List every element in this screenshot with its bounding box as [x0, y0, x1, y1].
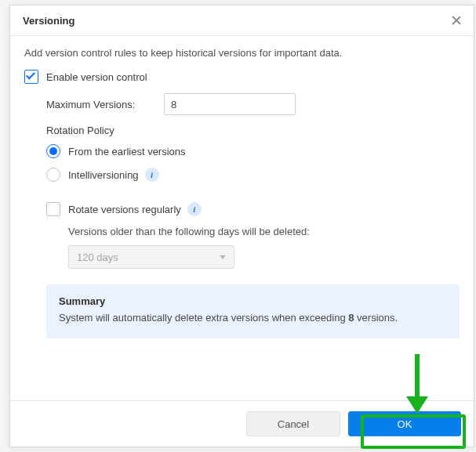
rotation-radio-intelli[interactable] [46, 168, 60, 182]
versioning-dialog: Versioning Add version control rules to … [9, 5, 474, 447]
titlebar: Versioning [10, 5, 474, 36]
summary-suffix: versions. [354, 312, 398, 324]
ok-button[interactable]: OK [348, 411, 461, 436]
rotation-radio-earliest[interactable] [46, 144, 60, 158]
max-versions-label: Maximum Versions: [46, 99, 164, 110]
dialog-footer: Cancel OK [10, 400, 474, 447]
rotate-regularly-label: Rotate versions regularly [68, 204, 181, 215]
description-text: Add version control rules to keep histor… [24, 47, 460, 59]
enable-version-control-checkbox[interactable] [24, 70, 38, 84]
summary-text: System will automatically delete extra v… [59, 310, 447, 326]
close-icon[interactable] [450, 14, 463, 27]
rotation-label-intelli: Intelliversioning [68, 169, 139, 181]
rotation-label-earliest: From the earliest versions [68, 146, 186, 157]
summary-panel: Summary System will automatically delete… [46, 284, 460, 338]
max-versions-input[interactable] [164, 93, 296, 115]
enable-version-control-row[interactable]: Enable version control [24, 70, 460, 84]
summary-prefix: System will automatically delete extra v… [59, 312, 348, 324]
rotate-days-select: 120 days [68, 245, 234, 269]
summary-title: Summary [59, 295, 447, 307]
dialog-body: Add version control rules to keep histor… [10, 36, 474, 400]
enable-version-control-label: Enable version control [46, 71, 147, 83]
window-title: Versioning [23, 15, 450, 27]
rotation-option-intelli[interactable]: Intelliversioning i [24, 168, 460, 182]
info-icon[interactable]: i [145, 168, 159, 182]
chevron-down-icon [220, 255, 226, 259]
rotation-option-earliest[interactable]: From the earliest versions [24, 144, 460, 158]
rotate-days-value: 120 days [77, 251, 118, 263]
rotate-days-select-row: 120 days [24, 245, 460, 269]
info-icon[interactable]: i [187, 202, 202, 216]
rotate-regularly-row[interactable]: Rotate versions regularly i [24, 202, 460, 216]
rotate-regularly-checkbox[interactable] [46, 202, 60, 216]
max-versions-row: Maximum Versions: [24, 93, 460, 115]
cancel-button[interactable]: Cancel [246, 411, 340, 436]
rotation-policy-title: Rotation Policy [24, 125, 460, 136]
rotate-regularly-help: Versions older than the following days w… [24, 226, 460, 237]
